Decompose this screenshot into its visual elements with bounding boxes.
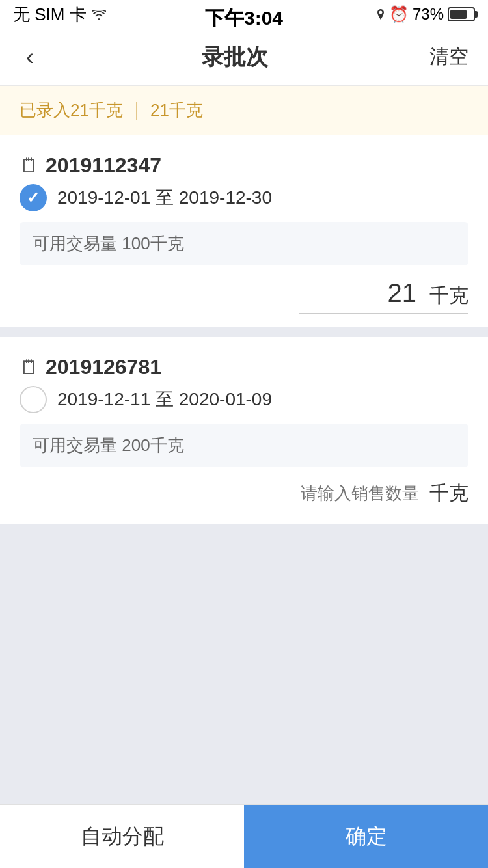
availability-text-1: 可用交易量 100千克 — [33, 234, 184, 253]
battery-text: 73% — [413, 5, 444, 23]
back-button[interactable]: ‹ — [20, 37, 40, 77]
availability-box-1: 可用交易量 100千克 — [20, 222, 468, 265]
status-left: 无 SIM 卡 — [13, 3, 106, 26]
quantity-underline-1 — [299, 313, 468, 314]
auto-distribute-button[interactable]: 自动分配 — [0, 805, 244, 868]
quantity-input-2[interactable] — [263, 483, 419, 504]
check-icon-1: ✓ — [27, 189, 40, 207]
alarm-icon: ⏰ — [389, 5, 409, 23]
info-divider — [136, 102, 137, 120]
batch-number-2: 2019126781 — [46, 355, 161, 379]
batch-card-2: 🗒 2019126781 2019-12-11 至 2020-01-09 可用交… — [0, 337, 488, 524]
empty-area — [0, 524, 488, 824]
info-banner: 已录入21千克 21千克 — [0, 86, 488, 135]
quantity-section-2: 千克 — [0, 474, 488, 524]
quantity-section-1: 21 千克 — [0, 272, 488, 327]
info-value: 21千克 — [150, 99, 203, 122]
nav-bar: ‹ 录批次 清空 — [0, 29, 488, 86]
clear-button[interactable]: 清空 — [429, 44, 468, 70]
availability-box-2: 可用交易量 200千克 — [20, 424, 468, 467]
bottom-bar: 自动分配 确定 — [0, 804, 488, 868]
quantity-value-1: 21 — [388, 278, 417, 308]
wifi-icon — [92, 5, 106, 25]
quantity-underline-2 — [247, 511, 468, 511]
availability-text-2: 可用交易量 200千克 — [33, 435, 184, 455]
radio-button-1[interactable]: ✓ — [20, 184, 47, 211]
location-icon — [376, 5, 385, 23]
battery-indicator — [448, 7, 475, 21]
status-time: 下午3:04 — [205, 5, 283, 32]
quantity-input-row-2: 千克 — [20, 480, 468, 507]
status-right: ⏰ 73% — [376, 5, 475, 23]
page-title: 录批次 — [202, 42, 268, 72]
status-bar: 无 SIM 卡 下午3:04 ⏰ 73% — [0, 0, 488, 29]
batch-number-1: 2019112347 — [46, 154, 161, 178]
confirm-button[interactable]: 确定 — [244, 805, 488, 868]
card-date-row-2: 2019-12-11 至 2020-01-09 — [0, 386, 488, 420]
carrier-text: 无 SIM 卡 — [13, 3, 87, 26]
info-label: 已录入21千克 — [20, 99, 123, 122]
section-separator — [0, 327, 488, 337]
content-area: 已录入21千克 21千克 🗒 2019112347 ✓ 2019-12-01 至… — [0, 86, 488, 868]
card-date-row-1: ✓ 2019-12-01 至 2019-12-30 — [0, 184, 488, 218]
batch-card-1: 🗒 2019112347 ✓ 2019-12-01 至 2019-12-30 可… — [0, 135, 488, 327]
doc-icon-1: 🗒 — [20, 155, 39, 177]
date-range-2: 2019-12-11 至 2020-01-09 — [57, 387, 272, 412]
quantity-unit-1: 千克 — [429, 282, 468, 309]
quantity-value-row-1: 21 千克 — [388, 278, 469, 309]
radio-button-2[interactable] — [20, 386, 47, 413]
card-header-1: 🗒 2019112347 — [0, 135, 488, 184]
doc-icon-2: 🗒 — [20, 357, 39, 379]
date-range-1: 2019-12-01 至 2019-12-30 — [57, 185, 272, 210]
card-header-2: 🗒 2019126781 — [0, 337, 488, 386]
quantity-unit-2: 千克 — [429, 480, 468, 507]
